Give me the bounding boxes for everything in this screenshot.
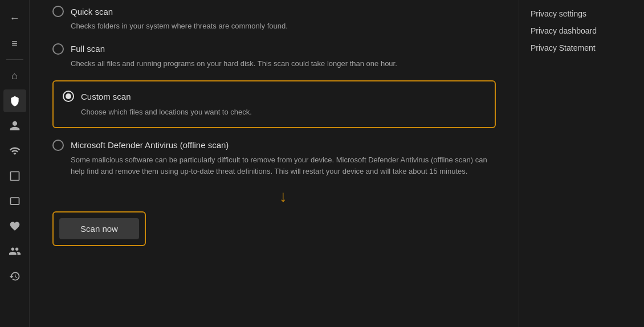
device-icon[interactable] xyxy=(3,190,26,212)
custom-scan-header: Custom scan xyxy=(63,91,486,102)
custom-scan-radio[interactable] xyxy=(63,91,74,102)
quick-scan-header: Quick scan xyxy=(52,6,496,17)
family-icon[interactable] xyxy=(3,240,26,263)
custom-scan-box: Custom scan Choose which files and locat… xyxy=(52,80,496,128)
sidebar: ← ≡ ⌂ xyxy=(0,0,30,327)
person-icon[interactable] xyxy=(3,115,26,137)
svg-rect-0 xyxy=(10,172,19,181)
scan-now-button[interactable]: Scan now xyxy=(59,218,139,239)
custom-scan-label: Custom scan xyxy=(81,92,131,101)
back-icon[interactable]: ← xyxy=(3,7,26,30)
home-icon[interactable]: ⌂ xyxy=(3,64,26,87)
arrow-annotation: ↓ xyxy=(71,189,496,205)
offline-scan-desc: Some malicious software can be particula… xyxy=(71,154,496,177)
content-panel: Quick scan Checks folders in your system… xyxy=(30,0,519,327)
custom-scan-desc: Choose which files and locations you wan… xyxy=(81,107,486,118)
quick-scan-label: Quick scan xyxy=(71,7,113,17)
full-scan-label: Full scan xyxy=(71,44,105,54)
history-icon[interactable] xyxy=(3,265,26,288)
arrow-down-icon: ↓ xyxy=(279,189,287,205)
offline-scan-label: Microsoft Defender Antivirus (offline sc… xyxy=(71,140,229,150)
offline-scan-radio[interactable] xyxy=(52,140,64,151)
main-area: Quick scan Checks folders in your system… xyxy=(30,0,644,327)
window-icon[interactable] xyxy=(3,165,26,187)
custom-scan-radio-inner xyxy=(66,93,71,99)
scan-now-wrapper: Scan now xyxy=(52,211,146,246)
wifi-icon[interactable] xyxy=(3,140,26,162)
privacy-dashboard-link[interactable]: Privacy dashboard xyxy=(531,26,633,35)
quick-scan-radio[interactable] xyxy=(52,6,64,17)
full-scan-header: Full scan xyxy=(52,43,496,55)
offline-scan-header: Microsoft Defender Antivirus (offline sc… xyxy=(52,140,496,151)
shield-icon[interactable] xyxy=(3,89,26,112)
full-scan-radio[interactable] xyxy=(52,43,64,55)
sidebar-divider xyxy=(6,59,23,60)
full-scan-option: Full scan Checks all files and running p… xyxy=(52,43,496,70)
hamburger-icon[interactable]: ≡ xyxy=(3,32,26,55)
right-panel: Privacy settings Privacy dashboard Priva… xyxy=(519,0,644,327)
health-icon[interactable] xyxy=(3,215,26,238)
full-scan-desc: Checks all files and running programs on… xyxy=(71,58,496,70)
quick-scan-option: Quick scan Checks folders in your system… xyxy=(52,6,496,32)
offline-scan-option: Microsoft Defender Antivirus (offline sc… xyxy=(52,140,496,177)
privacy-settings-link[interactable]: Privacy settings xyxy=(531,9,633,18)
privacy-statement-link[interactable]: Privacy Statement xyxy=(531,43,633,52)
quick-scan-desc: Checks folders in your system where thre… xyxy=(71,21,496,32)
